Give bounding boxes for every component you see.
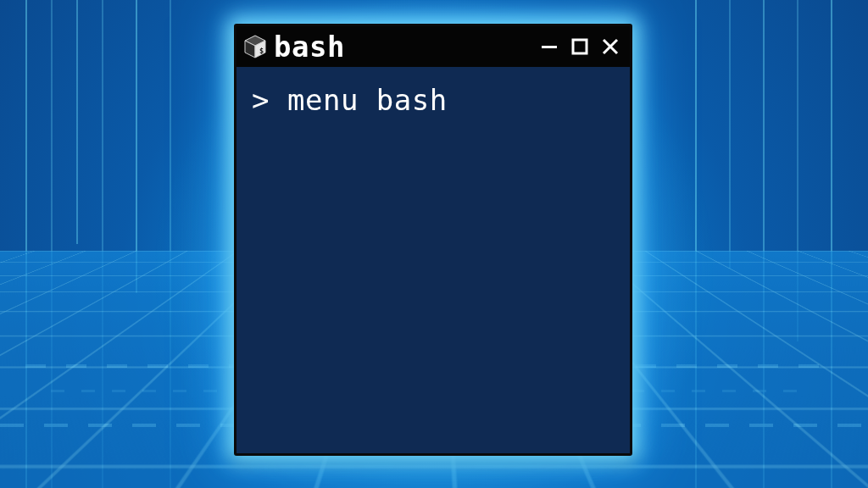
prompt-line: > menu bash bbox=[252, 82, 615, 119]
close-icon bbox=[601, 37, 620, 56]
svg-text:$: $ bbox=[259, 47, 264, 55]
window-title: bash bbox=[274, 30, 535, 64]
minimize-icon bbox=[541, 38, 558, 55]
maximize-button[interactable] bbox=[570, 37, 589, 56]
minimize-button[interactable] bbox=[540, 37, 559, 56]
prompt-symbol: > bbox=[252, 83, 270, 117]
terminal-body[interactable]: > menu bash bbox=[236, 67, 630, 453]
window-controls bbox=[540, 37, 623, 56]
titlebar[interactable]: $ bash bbox=[236, 26, 630, 67]
terminal-window: $ bash > menu bash bbox=[234, 24, 632, 456]
bash-cube-icon: $ bbox=[242, 33, 269, 60]
svg-rect-4 bbox=[542, 46, 557, 48]
close-button[interactable] bbox=[601, 37, 620, 56]
maximize-icon bbox=[571, 38, 588, 55]
svg-rect-5 bbox=[573, 40, 587, 53]
command-text: menu bash bbox=[287, 83, 448, 117]
